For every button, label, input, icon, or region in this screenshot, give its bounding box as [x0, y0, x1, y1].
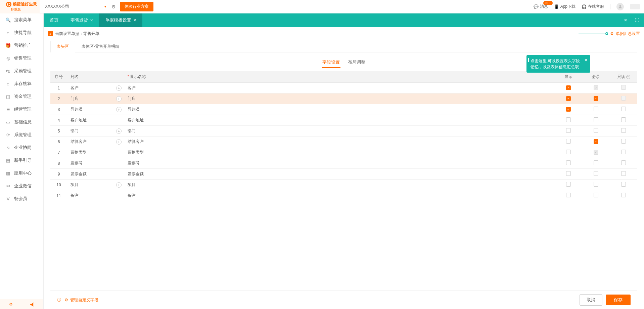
checkbox[interactable] [566, 96, 571, 101]
cell-display-name[interactable]: 导购员 [124, 104, 555, 115]
plus-icon[interactable]: + [116, 128, 122, 134]
table-row[interactable]: 11备注备注 [50, 190, 637, 201]
cell-display-name[interactable]: 票据类型 [124, 147, 555, 158]
cell-display-name[interactable]: 项目 [124, 180, 555, 190]
sidebar-item-system[interactable]: ⟳系统管理 [0, 128, 43, 141]
plus-icon[interactable]: + [116, 182, 122, 188]
checkbox[interactable] [621, 182, 626, 187]
sidebar-item-search[interactable]: 🔍搜索菜单 [0, 13, 43, 26]
checkbox[interactable] [594, 171, 598, 176]
sidebar-item-appstore[interactable]: ▦应用中心 [0, 167, 43, 180]
plus-icon[interactable]: + [116, 96, 122, 102]
sidebar-settings-button[interactable]: ⚙ [0, 299, 22, 309]
inner-tab[interactable]: 表头区 [50, 41, 75, 52]
sidebar-item-quicknav[interactable]: ⌂快捷导航 [0, 26, 43, 39]
sidebar-item-purchase[interactable]: 🛍采购管理 [0, 65, 43, 77]
checkbox[interactable] [621, 117, 626, 122]
inner-tab[interactable]: 表体区-零售开单明细 [75, 41, 126, 52]
table-row[interactable]: 10项目+项目 [50, 180, 637, 190]
table-row[interactable]: 8发票号发票号 [50, 158, 637, 169]
checkbox[interactable] [566, 85, 571, 90]
manage-custom-fields-link[interactable]: ⚙ 管理自定义字段 [64, 297, 98, 303]
sidebar-item-wecom[interactable]: ✉企业微信 [0, 180, 43, 192]
table-row[interactable]: 9发票金额发票金额 [50, 169, 637, 180]
tip-close-button[interactable]: ✕ [584, 57, 588, 63]
checkbox[interactable] [621, 150, 626, 154]
sidebar-item-basic[interactable]: ▭基础信息 [0, 116, 43, 128]
cell-display-name[interactable]: 客户地址 [124, 115, 555, 126]
cell-display-name[interactable]: 门店 [124, 93, 555, 104]
save-button[interactable]: 保存 [606, 295, 631, 305]
table-row[interactable]: 7票据类型票据类型 [50, 147, 637, 158]
checkbox[interactable] [566, 128, 571, 133]
app-download-link[interactable]: 📱 App下载 [554, 4, 576, 9]
table-row[interactable]: 1客户+客户 [50, 83, 637, 93]
plus-icon[interactable]: + [116, 85, 122, 91]
tab[interactable]: 首页 [44, 13, 64, 27]
messages-link[interactable]: 💬 消息 99 + [534, 4, 548, 9]
close-icon[interactable]: ✕ [90, 18, 93, 23]
checkbox[interactable] [621, 160, 626, 165]
checkbox[interactable] [621, 128, 626, 133]
gear-icon[interactable]: ⚙ [111, 4, 116, 9]
checkbox[interactable] [566, 160, 571, 165]
table-row[interactable]: 4客户地址客户地址 [50, 115, 637, 126]
sidebar-item-guide[interactable]: ▤新手引导 [0, 154, 43, 167]
avatar[interactable] [616, 3, 624, 10]
expand-toggle[interactable]: » [48, 31, 53, 36]
cell-display-name[interactable]: 发票金额 [124, 169, 555, 180]
cancel-button[interactable]: 取消 [580, 294, 602, 306]
sidebar-item-funds[interactable]: ◫资金管理 [0, 90, 43, 103]
experience-button[interactable]: 体验行业方案 [120, 2, 153, 11]
sidebar-item-inventory[interactable]: ⌂库存核算 [0, 77, 43, 90]
cell-display-name[interactable]: 备注 [124, 190, 555, 201]
table-row[interactable]: 2门店+门店 [50, 93, 637, 104]
checkbox[interactable] [621, 193, 626, 197]
checkbox[interactable] [566, 182, 571, 187]
checkbox[interactable] [566, 150, 571, 154]
online-service-link[interactable]: 🎧 在线客服 [582, 4, 604, 9]
checkbox[interactable] [621, 171, 626, 176]
checkbox[interactable] [594, 182, 598, 187]
bag-icon: 🛍 [5, 68, 11, 74]
checkbox[interactable] [594, 117, 598, 122]
checkbox[interactable] [566, 171, 571, 176]
fullscreen-button[interactable]: ⛶ [633, 16, 641, 25]
sidebar-item-collab[interactable]: ⎋企业协同 [0, 141, 43, 154]
tab[interactable]: 单据模板设置✕ [99, 13, 142, 27]
checkbox[interactable] [594, 107, 598, 111]
checkbox[interactable] [594, 139, 598, 144]
close-icon[interactable]: ✕ [133, 18, 136, 23]
table-row[interactable]: 6结算客户+结算客户 [50, 137, 637, 147]
summary-settings-link[interactable]: ⚙ 单据汇总设置 [579, 31, 640, 37]
checkbox[interactable] [566, 139, 571, 144]
company-select[interactable]: XXXXXX公司 ▾ [44, 2, 107, 11]
checkbox[interactable] [594, 128, 598, 133]
cell-display-name[interactable]: 结算客户 [124, 137, 555, 147]
checkbox[interactable] [566, 193, 571, 197]
sub-tab[interactable]: 布局调整 [347, 57, 366, 68]
sidebar-collapse-button[interactable]: ◀│ [22, 299, 44, 309]
checkbox[interactable] [594, 96, 598, 101]
sidebar-item-member[interactable]: V畅会员 [0, 192, 43, 205]
sidebar-item-sales[interactable]: ◎销售管理 [0, 52, 43, 65]
tab[interactable]: 零售退货✕ [64, 13, 99, 27]
checkbox[interactable] [594, 193, 598, 197]
plus-icon[interactable]: + [116, 139, 122, 145]
close-all-tabs-button[interactable]: ✕ [621, 16, 630, 25]
checkbox[interactable] [566, 107, 571, 112]
checkbox[interactable] [621, 107, 626, 111]
help-icon[interactable]: ? [626, 75, 630, 79]
table-row[interactable]: 3导购员+导购员 [50, 104, 637, 115]
sidebar-item-marketing[interactable]: 🎁营销推广 [0, 39, 43, 52]
cell-display-name[interactable]: 发票号 [124, 158, 555, 169]
cell-display-name[interactable]: 部门 [124, 126, 555, 137]
plus-icon[interactable]: + [116, 107, 122, 112]
table-row[interactable]: 5部门+部门 [50, 126, 637, 137]
cell-display-name[interactable]: 客户 [124, 83, 555, 93]
checkbox[interactable] [621, 139, 626, 144]
sub-tab[interactable]: 字段设置 [322, 57, 340, 68]
checkbox[interactable] [566, 117, 571, 122]
checkbox[interactable] [594, 160, 598, 165]
sidebar-item-business[interactable]: ≣经营管理 [0, 103, 43, 116]
